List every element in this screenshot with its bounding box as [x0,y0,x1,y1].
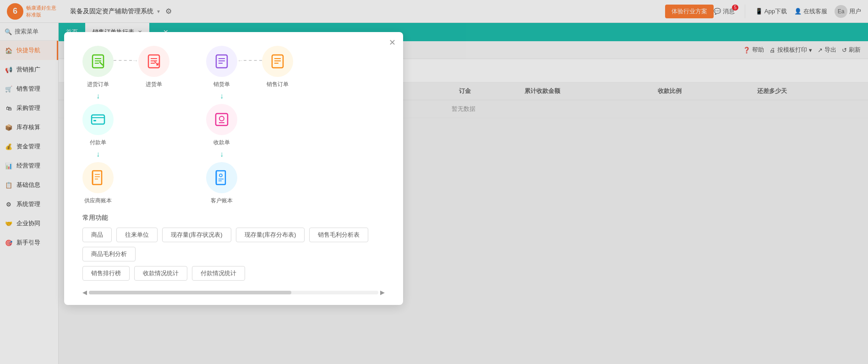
scroll-left-btn[interactable]: ◀ [82,289,87,296]
func-btn-payment-stats[interactable]: 付款情况统计 [192,266,245,281]
func-btn-sales-profit[interactable]: 销售毛利分析表 [309,228,368,242]
purchase-bill-label: 进货单 [146,81,162,88]
scroll-track[interactable] [89,291,378,294]
purchase-bill-node[interactable]: 进货单 [138,46,169,88]
supplier-ledger-icon [82,162,114,193]
app-wrapper: 6 畅康通好生意 标准版 装备及固定资产辅助管理系统 ▾ ⚙ 体验行业方案 💬 … [0,0,868,364]
common-func-title: 常用功能 [82,214,385,222]
modal-close-btn[interactable]: ✕ [389,38,396,48]
receipt-node[interactable]: 收款单 [206,104,237,147]
supplier-ledger-node[interactable]: 供应商账本 [82,162,114,205]
purchase-order-node[interactable]: 进货订单 [82,46,114,88]
common-functions: 常用功能 商品 往来单位 现存量(库存状况表) 现存量(库存分布表) 销售毛利分… [82,214,385,281]
func-btn-product[interactable]: 商品 [82,228,112,242]
arrow-down-2: ↓ [96,150,100,158]
func-btn-partner[interactable]: 往来单位 [116,228,158,242]
purchase-order-icon [82,46,114,77]
customer-ledger-icon [206,162,237,193]
flow-left-col: 进货订单 ↓ 付款单 ↓ 供应商账本 [82,46,114,205]
sales-order-node[interactable]: 销售订单 [262,46,293,88]
modal-scrollbar: ◀ ▶ [82,285,385,296]
func-btn-stock-dist[interactable]: 现存量(库存分布表) [236,228,305,242]
purchase-bill-icon [138,46,169,77]
sales-bill-icon [206,46,237,77]
flow-diagram: 进货订单 ↓ 付款单 ↓ 供应商账本 [82,46,385,205]
customer-ledger-node[interactable]: 客户账本 [206,162,237,205]
svg-rect-4 [92,115,104,124]
svg-rect-20 [216,114,228,125]
func-buttons-row1: 商品 往来单位 现存量(库存状况表) 现存量(库存分布表) 销售毛利分析表 商品… [82,228,385,261]
payment-label: 付款单 [90,139,106,147]
svg-rect-24 [215,172,217,184]
flow-mid-left-col: 进货单 [138,46,169,88]
func-btn-receipt-stats[interactable]: 收款情况统计 [134,266,187,281]
flow-mid-right-col: 销货单 ↓ 收款单 ↓ 客户账本 [206,46,237,205]
supplier-ledger-label: 供应商账本 [84,197,112,205]
receipt-icon [206,104,237,135]
modal-overlay: ✕ 进货订单 ↓ 付款单 [0,0,868,364]
payment-node[interactable]: 付款单 [82,104,114,147]
func-btn-stock-status[interactable]: 现存量(库存状况表) [162,228,231,242]
svg-point-25 [219,174,222,177]
arrow-down-1: ↓ [96,92,100,100]
scroll-thumb [89,291,291,294]
arrow-h-2: ← [237,46,262,64]
flow-right-col: 销售订单 [262,46,293,88]
customer-ledger-label: 客户账本 [211,197,233,205]
purchase-order-label: 进货订单 [87,81,109,88]
func-buttons-row2: 销售排行榜 收款情况统计 付款情况统计 [82,266,385,281]
scroll-right-btn[interactable]: ▶ [380,289,385,296]
sales-order-icon [262,46,293,77]
svg-rect-23 [216,171,225,185]
func-btn-product-profit[interactable]: 商品毛利分析 [82,247,136,261]
arrow-down-3: ↓ [220,92,224,100]
svg-point-21 [219,116,224,121]
arrow-h-1: → [114,46,138,64]
func-btn-sales-rank[interactable]: 销售排行榜 [82,266,130,281]
sales-bill-label: 销货单 [213,81,230,88]
arrow-down-4: ↓ [220,150,224,158]
svg-rect-7 [93,171,102,185]
payment-icon [82,104,114,135]
sales-order-label: 销售订单 [267,81,289,88]
modal-box: ✕ 进货订单 ↓ 付款单 [64,32,403,305]
receipt-label: 收款单 [213,139,230,147]
sales-bill-node[interactable]: 销货单 [206,46,237,88]
svg-rect-8 [92,172,93,184]
svg-rect-6 [93,120,96,121]
